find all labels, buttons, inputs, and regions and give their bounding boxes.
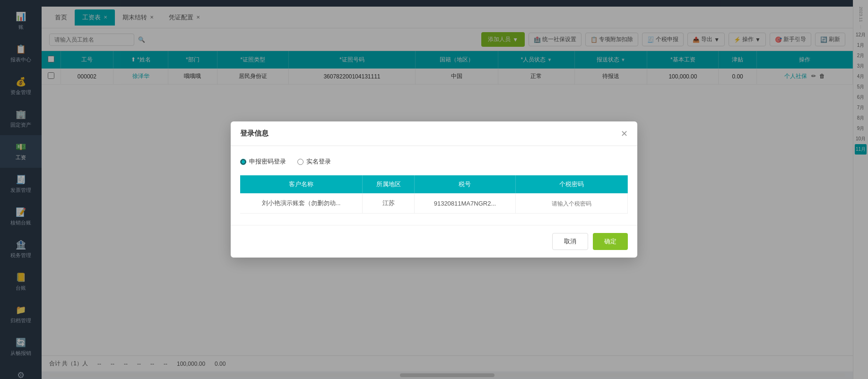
radio-password-login[interactable]: 申报密码登录	[240, 157, 286, 166]
modal-col-region: 所属地区	[363, 175, 415, 193]
modal-overlay: 登录信息 ✕ 申报密码登录 实名登录 客户名称 所属地区	[0, 0, 868, 379]
confirm-button[interactable]: 确定	[593, 233, 628, 250]
modal-close-button[interactable]: ✕	[621, 129, 628, 138]
modal-accounts-table: 客户名称 所属地区 税号 个税密码 刘小艳演示账套（勿删勿动... 江苏 913…	[240, 175, 628, 214]
cancel-button[interactable]: 取消	[552, 233, 588, 250]
login-type-radio-group: 申报密码登录 实名登录	[240, 157, 628, 166]
modal-col-password: 个税密码	[515, 175, 627, 193]
login-modal: 登录信息 ✕ 申报密码登录 实名登录 客户名称 所属地区	[231, 121, 637, 258]
modal-cell-region: 江苏	[363, 193, 415, 214]
password-input[interactable]	[523, 200, 620, 207]
modal-cell-password	[515, 193, 627, 214]
radio-password-input[interactable]	[240, 159, 246, 165]
modal-col-taxno: 税号	[415, 175, 515, 193]
modal-header: 登录信息 ✕	[231, 121, 637, 146]
modal-cell-taxno: 91320811MA7NGR2...	[415, 193, 515, 214]
modal-table-row: 刘小艳演示账套（勿删勿动... 江苏 91320811MA7NGR2...	[240, 193, 628, 214]
modal-cell-name: 刘小艳演示账套（勿删勿动...	[240, 193, 363, 214]
radio-realname-input[interactable]	[297, 159, 304, 165]
modal-body: 申报密码登录 实名登录 客户名称 所属地区 税号 个税密码	[231, 146, 637, 225]
modal-footer: 取消 确定	[231, 225, 637, 258]
radio-realname-login[interactable]: 实名登录	[297, 157, 331, 166]
modal-title: 登录信息	[240, 129, 269, 138]
modal-col-name: 客户名称	[240, 175, 363, 193]
